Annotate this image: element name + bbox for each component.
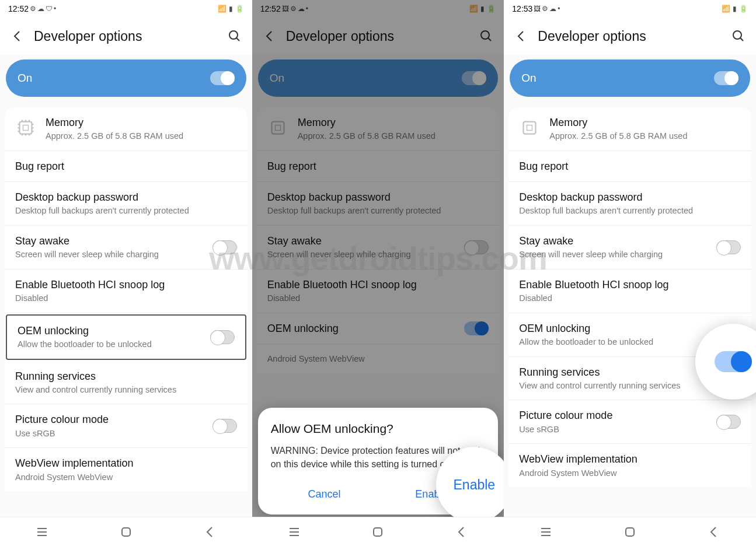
dot-icon: • (558, 5, 560, 13)
hci-row[interactable]: Enable Bluetooth HCI snoop logDisabled (508, 270, 751, 313)
stay-awake-toggle[interactable] (716, 240, 741, 254)
phone-screen-3: 12:53 🖼 ⚙ ☁ • 📶 ▮ 🔋 Developer options On… (504, 0, 756, 546)
dot-icon: • (54, 5, 56, 13)
web-sub: Android System WebView (15, 472, 237, 484)
hci-row[interactable]: Enable Bluetooth HCI snoop log Disabled (5, 270, 248, 313)
back-icon[interactable] (11, 29, 25, 43)
signal-icon: ▮ (229, 5, 233, 13)
navbar (504, 517, 756, 546)
svg-rect-10 (527, 125, 532, 131)
nav-back-button[interactable] (203, 525, 217, 539)
bug-title: Bug report (15, 159, 237, 173)
master-toggle[interactable] (714, 71, 738, 85)
back-icon[interactable] (514, 29, 528, 43)
stay-awake-row[interactable]: Stay awakeScreen will never sleep while … (508, 226, 751, 270)
oem-title: OEM unlocking (18, 324, 210, 338)
backup-row[interactable]: Desktop backup password Desktop full bac… (5, 182, 248, 226)
memory-title: Memory (549, 116, 741, 130)
battery-icon: 🔋 (739, 5, 748, 13)
clock: 12:52 (8, 4, 29, 13)
nav-back-button[interactable] (707, 525, 721, 539)
memory-title: Memory (46, 116, 237, 130)
svg-point-0 (229, 31, 238, 39)
hci-title: Enable Bluetooth HCI snoop log (15, 278, 237, 292)
svg-rect-2 (23, 125, 29, 131)
wifi-icon: 📶 (722, 5, 730, 13)
statusbar: 12:53 🖼 ⚙ ☁ • 📶 ▮ 🔋 (504, 0, 756, 18)
home-button[interactable] (371, 525, 385, 539)
recents-button[interactable] (539, 525, 553, 539)
battery-icon: 🔋 (235, 5, 244, 13)
shield-icon: 🛡 (46, 5, 53, 13)
zoom-highlight: Enable (436, 447, 504, 523)
bug-report-row[interactable]: Bug report (5, 151, 248, 182)
master-label: On (521, 72, 714, 85)
svg-rect-1 (20, 122, 32, 134)
appbar: Developer options (0, 18, 252, 55)
pic-title: Picture colour mode (15, 412, 212, 426)
cloud-icon: ☁ (549, 5, 556, 13)
webview-row[interactable]: WebView implementation Android System We… (5, 448, 248, 491)
picture-toggle[interactable] (212, 419, 237, 433)
webview-row[interactable]: WebView implementationAndroid System Web… (508, 444, 751, 487)
signal-icon: ▮ (733, 5, 737, 13)
svg-rect-3 (122, 528, 130, 536)
backup-sub: Desktop full backups aren't currently pr… (15, 205, 237, 217)
memory-sub: Approx. 2.5 GB of 5.8 GB RAM used (549, 131, 741, 142)
page-title: Developer options (34, 29, 228, 44)
bug-report-row[interactable]: Bug report (508, 151, 751, 182)
chip-icon (519, 117, 540, 138)
memory-row[interactable]: Memory Approx. 2.5 GB of 5.8 GB RAM used (508, 107, 751, 151)
image-icon: 🖼 (534, 5, 541, 13)
dialog-title: Allow OEM unlocking? (271, 422, 486, 436)
master-label: On (18, 72, 210, 85)
backup-row[interactable]: Desktop backup passwordDesktop full back… (508, 182, 751, 226)
svg-rect-11 (626, 528, 634, 536)
oem-toggle[interactable] (210, 330, 235, 344)
phone-screen-1: 12:52 ⚙ ☁ 🛡 • 📶 ▮ 🔋 Developer options On… (0, 0, 252, 546)
stay-title: Stay awake (15, 234, 212, 248)
gear-icon: ⚙ (542, 5, 548, 13)
navbar (252, 517, 504, 546)
home-button[interactable] (623, 525, 637, 539)
master-toggle[interactable] (210, 71, 235, 85)
running-services-row[interactable]: Running services View and control curren… (5, 361, 248, 405)
memory-row[interactable]: Memory Approx. 2.5 GB of 5.8 GB RAM used (5, 107, 248, 151)
backup-title: Desktop backup password (15, 190, 237, 204)
cancel-button[interactable]: Cancel (271, 481, 378, 508)
oem-sub: Allow the bootloader to be unlocked (18, 339, 210, 351)
wifi-icon: 📶 (218, 5, 227, 13)
oem-toggle-zoom (715, 351, 752, 372)
svg-point-8 (733, 31, 741, 39)
master-toggle-row[interactable]: On (6, 60, 246, 97)
recents-button[interactable] (35, 525, 49, 539)
statusbar: 12:52 ⚙ ☁ 🛡 • 📶 ▮ 🔋 (0, 0, 252, 18)
pic-sub: Use sRGB (15, 428, 212, 440)
home-button[interactable] (119, 525, 133, 539)
nav-back-button[interactable] (455, 525, 469, 539)
picture-colour-row[interactable]: Picture colour mode Use sRGB (5, 404, 248, 448)
oem-unlocking-row[interactable]: OEM unlocking Allow the bootloader to be… (6, 314, 246, 360)
memory-sub: Approx. 2.5 GB of 5.8 GB RAM used (46, 131, 237, 142)
stay-sub: Screen will never sleep while charging (15, 249, 212, 261)
phone-screen-2: 12:52 🖼 ⚙ ☁ • 📶 ▮ 🔋 Developer options On… (252, 0, 504, 546)
recents-button[interactable] (287, 525, 301, 539)
run-sub: View and control currently running servi… (15, 384, 237, 396)
search-icon[interactable] (228, 29, 242, 43)
page-title: Developer options (538, 29, 731, 44)
web-title: WebView implementation (15, 456, 237, 470)
svg-rect-9 (524, 122, 536, 134)
gear-icon: ⚙ (30, 5, 36, 13)
stay-awake-row[interactable]: Stay awake Screen will never sleep while… (5, 226, 248, 270)
picture-toggle[interactable] (716, 415, 741, 429)
picture-colour-row[interactable]: Picture colour modeUse sRGB (508, 400, 751, 444)
zoom-enable-label: Enable (454, 477, 496, 493)
cloud-icon: ☁ (37, 5, 44, 13)
search-icon[interactable] (731, 29, 745, 43)
run-title: Running services (15, 369, 237, 383)
chip-icon (15, 117, 36, 138)
stay-awake-toggle[interactable] (212, 240, 237, 254)
master-toggle-row[interactable]: On (510, 60, 750, 97)
hci-sub: Disabled (15, 293, 237, 304)
svg-rect-7 (374, 528, 382, 536)
